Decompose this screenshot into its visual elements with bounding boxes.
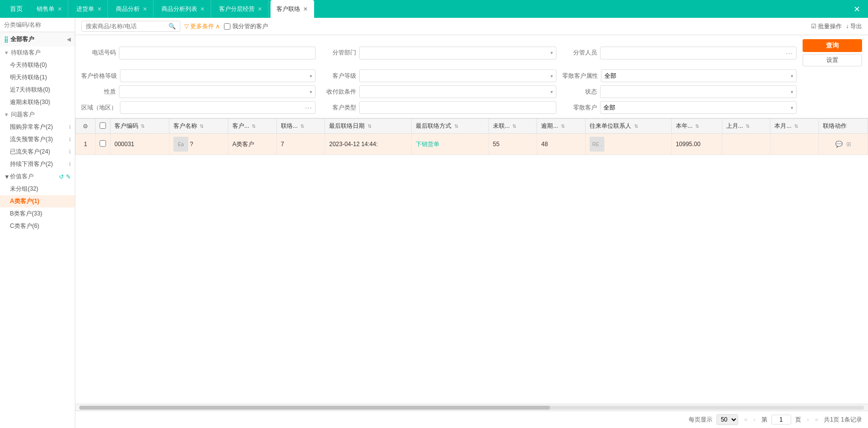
price-tier-select[interactable]: ▾ — [120, 69, 316, 82]
first-page-button[interactable]: « — [742, 415, 750, 424]
sidebar-item-7days[interactable]: 近7天待联络(0) — [0, 84, 75, 96]
phone-input[interactable] — [119, 47, 316, 59]
row-index: 1 — [76, 134, 96, 155]
sort-overdue-icon[interactable]: ⇅ — [561, 123, 565, 129]
horizontal-scrollbar[interactable] — [79, 406, 864, 410]
chat-action-icon[interactable]: 💬 — [835, 141, 843, 148]
all-customers-header[interactable]: ⣿ 全部客户 ◀ — [0, 32, 75, 47]
sidebar-search-input[interactable] — [4, 21, 75, 28]
row-name: Ea ? — [169, 134, 228, 155]
top-navigation: 首页 销售单 ✕ 进货单 ✕ 商品分析 ✕ 商品分析列表 ✕ 客户分层经营 ✕ … — [0, 0, 868, 18]
sort-date-icon[interactable]: ⇅ — [368, 123, 372, 129]
status-label: 状态 — [562, 88, 597, 96]
sort-code-icon[interactable]: ⇅ — [141, 123, 145, 129]
edit-value-icon[interactable]: ✎ — [66, 173, 71, 180]
manager-input[interactable]: ··· — [600, 47, 797, 59]
tab-sales[interactable]: 销售单 ✕ — [31, 0, 68, 18]
close-product-list-tab[interactable]: ✕ — [200, 6, 205, 12]
tab-purchase[interactable]: 进货单 ✕ — [70, 0, 108, 18]
th-customer-type: 客户... ⇅ — [228, 119, 277, 134]
problem-customers-group[interactable]: ▼ 问题客户 — [0, 108, 75, 121]
sidebar-item-unclassified[interactable]: 未分组(32) — [0, 183, 75, 195]
sort-type-icon[interactable]: ⇅ — [252, 123, 256, 129]
info-icon-1: ℹ — [69, 136, 71, 143]
scrollbar-thumb — [79, 406, 550, 410]
status-select[interactable]: ▾ — [600, 85, 797, 98]
tab-customer-tier[interactable]: 客户分层经营 ✕ — [213, 0, 269, 18]
page-size-select[interactable]: 50 — [716, 414, 738, 425]
th-unpaid: 未联... ⇅ — [488, 119, 537, 134]
value-customers-group[interactable]: ▼ 价值客户 ↺ ✎ — [0, 170, 75, 183]
last-page-button[interactable]: » — [813, 415, 820, 424]
dept-label: 分管部门 — [322, 49, 356, 57]
sidebar-item-hoard-anomaly[interactable]: 囤购异常客户(2) ℹ — [0, 121, 75, 133]
sidebar-item-churned[interactable]: 已流失客户(24) ℹ — [0, 146, 75, 158]
prev-page-button[interactable]: ‹ — [752, 415, 758, 424]
close-contact-tab[interactable]: ✕ — [303, 6, 308, 12]
export-icon: ↓ — [846, 23, 849, 30]
close-tier-tab[interactable]: ✕ — [258, 6, 262, 12]
my-customers-checkbox[interactable] — [224, 23, 230, 30]
sort-unpaid-icon[interactable]: ⇅ — [512, 123, 516, 129]
page-total: 共1页 1条记录 — [824, 416, 862, 424]
manager-label: 分管人员 — [562, 49, 597, 57]
refresh-icon[interactable]: ↺ — [59, 173, 64, 180]
customer-type-input[interactable] — [359, 101, 556, 114]
next-page-button[interactable]: › — [805, 415, 811, 424]
sidebar-item-a-class[interactable]: A类客户(1) — [0, 195, 75, 208]
dept-select[interactable]: ▾ — [359, 47, 556, 59]
home-tab[interactable]: 首页 — [4, 4, 29, 13]
sidebar-item-churn-warning[interactable]: 流失预警客户(3) ℹ — [0, 133, 75, 146]
batch-operations-button[interactable]: ☑ 批量操作 — [811, 22, 842, 31]
close-sales-tab[interactable]: ✕ — [57, 6, 62, 12]
close-purchase-tab[interactable]: ✕ — [97, 6, 102, 12]
tab-customer-contact[interactable]: 客户联络 ✕ — [271, 0, 314, 18]
sidebar-item-tomorrow[interactable]: 明天待联络(1) — [0, 71, 75, 84]
select-all-checkbox[interactable] — [100, 122, 106, 129]
query-button[interactable]: 查询 — [803, 39, 862, 52]
my-customers-checkbox-area[interactable]: 我分管的客户 — [224, 22, 268, 31]
settings-button[interactable]: 设置 — [803, 54, 862, 66]
main-search-icon[interactable]: 🔍 — [168, 23, 176, 30]
customer-tier-select[interactable]: ▾ — [359, 69, 556, 82]
retail-attr-select[interactable]: 全部 ▾ — [601, 69, 797, 82]
th-name: 客户名称 ⇅ — [169, 119, 228, 134]
collapse-sidebar-icon[interactable]: ◀ — [67, 37, 71, 42]
pending-contact-group[interactable]: ▼ 待联络客户 — [0, 47, 75, 59]
region-input[interactable]: ··· — [120, 101, 316, 114]
sidebar-item-today[interactable]: 今天待联络(0) — [0, 59, 75, 71]
sort-name-icon[interactable]: ⇅ — [200, 123, 204, 129]
sidebar-item-c-class[interactable]: C类客户(6) — [0, 220, 75, 232]
column-settings-icon[interactable]: ⚙ — [83, 123, 88, 130]
nature-select[interactable]: ▾ — [119, 85, 316, 98]
checkbox-column — [96, 119, 110, 134]
sort-contact-icon[interactable]: ⇅ — [300, 123, 304, 129]
sidebar: 🔍 ⣿ 全部客户 ◀ ▼ 待联络客户 今天待联络(0) 明天待联络(1) 近7天… — [0, 18, 75, 428]
retail-customer-select[interactable]: 全部 ▾ — [600, 101, 797, 114]
more-filters-button[interactable]: ▽ 更多条件 ∧ — [184, 22, 220, 31]
sort-lastmonth-icon[interactable]: ⇅ — [746, 123, 750, 129]
sidebar-item-b-class[interactable]: B类客户(33) — [0, 208, 75, 220]
tab-product-analysis-list[interactable]: 商品分析列表 ✕ — [156, 0, 211, 18]
sort-person-icon[interactable]: ⇅ — [634, 123, 638, 129]
filter-icon: ▽ — [184, 23, 189, 30]
window-close-button[interactable]: ✕ — [850, 4, 864, 14]
sort-month-icon[interactable]: ⇅ — [794, 123, 798, 129]
retail-customer-filter: 零散客户 全部 ▾ — [562, 101, 797, 114]
sort-method-icon[interactable]: ⇅ — [454, 123, 458, 129]
row-checkbox[interactable] — [100, 140, 106, 147]
sort-year-icon[interactable]: ⇅ — [695, 123, 699, 129]
grid-action-icon[interactable]: ⊞ — [846, 141, 851, 148]
close-product-analysis-tab[interactable]: ✕ — [143, 6, 147, 12]
th-actions: 联络动作 — [819, 119, 868, 134]
sidebar-item-declining[interactable]: 持续下滑客户(2) ℹ — [0, 158, 75, 170]
contact-method-link[interactable]: 下销货单 — [416, 141, 439, 148]
row-last-date: 2023-04-12 14:44: — [325, 134, 412, 155]
payment-select[interactable]: ▾ — [359, 85, 556, 98]
page-number-input[interactable] — [771, 415, 791, 425]
export-button[interactable]: ↓ 导出 — [846, 22, 862, 31]
row-last-month — [722, 134, 770, 155]
sidebar-item-overdue[interactable]: 逾期未联络(30) — [0, 96, 75, 108]
main-search-input[interactable] — [86, 23, 168, 30]
tab-product-analysis[interactable]: 商品分析 ✕ — [110, 0, 154, 18]
